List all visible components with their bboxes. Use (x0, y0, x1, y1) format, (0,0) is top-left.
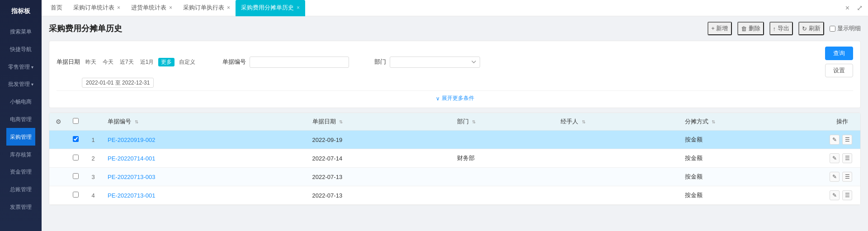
row-checkbox[interactable] (73, 192, 79, 198)
td-doc-no: PE-20220713-003 (102, 168, 307, 186)
td-split-method: 按金额 (679, 131, 824, 149)
close-all-tabs-button[interactable]: × (844, 3, 851, 13)
edit-action-button[interactable]: ✎ (830, 135, 840, 145)
show-detail-input[interactable] (830, 26, 835, 32)
td-date: 2022-07-13 (307, 168, 452, 186)
sidebar-item-label: 电商管理 (8, 116, 33, 123)
table-row[interactable]: 1 PE-20220919-002 2022-09-19 按金额 ✎ ☰ (49, 131, 860, 149)
sidebar-item-label: 采购管理 (8, 133, 33, 141)
date-shortcut-1month[interactable]: 近1月 (138, 58, 156, 66)
select-all-checkbox[interactable] (73, 118, 79, 124)
date-filter-label: 单据日期 (57, 58, 80, 66)
arrow-icon: ▾ (31, 81, 33, 88)
detail-action-button[interactable]: ☰ (842, 135, 852, 145)
sort-doc-no-icon[interactable]: ⇅ (135, 119, 138, 124)
tab-inbound-stat[interactable]: 进货单统计表× (126, 0, 178, 16)
edit-action-button[interactable]: ✎ (830, 190, 840, 200)
sort-dept-icon[interactable]: ⇅ (472, 119, 476, 124)
filter-row: 单据日期 昨天 今天 近7天 近1月 更多 自定义 单据编号 (57, 47, 853, 77)
action-icons: ✎ ☰ (830, 172, 855, 182)
expand-more-btn[interactable]: ∨ 展开更多条件 (57, 90, 853, 102)
date-shortcut-today[interactable]: 今天 (101, 58, 115, 66)
show-detail-checkbox[interactable]: 显示明细 (830, 24, 861, 33)
sidebar-item-ecommerce[interactable]: 电商管理 (6, 110, 35, 128)
tab-purchase-order-stat[interactable]: 采购订单统计表× (68, 0, 126, 16)
sidebar-item-capital[interactable]: 资金管理 (6, 163, 35, 180)
sidebar-item-quick[interactable]: 快捷导航 (6, 40, 35, 58)
settings-button[interactable]: 设置 (825, 64, 853, 77)
tab-label: 采购费用分摊单历史 (241, 4, 294, 12)
export-button[interactable]: ↑ 导出 (769, 22, 793, 35)
date-range-display: 2022-01-01 至 2022-12-31 (82, 79, 853, 87)
tab-close-button[interactable]: × (297, 5, 300, 11)
add-button[interactable]: + 新增 (708, 22, 731, 35)
td-dept: 财务部 (452, 149, 555, 168)
doc-no-link[interactable]: PE-20220713-003 (108, 174, 156, 180)
tab-purchase-order-exec[interactable]: 采购订单执行表× (178, 0, 236, 16)
th-handler: 经手人 ⇅ (555, 113, 679, 131)
docno-filter-label: 单据编号 (222, 58, 246, 66)
detail-action-button[interactable]: ☰ (842, 172, 852, 182)
column-settings-icon[interactable]: ⚙ (56, 118, 61, 125)
doc-no-link[interactable]: PE-20220713-001 (108, 192, 156, 199)
table-row[interactable]: 2 PE-20220714-001 2022-07-14 财务部 按金额 ✎ ☰ (49, 149, 860, 168)
td-handler (555, 186, 679, 205)
td-checkbox (67, 186, 84, 205)
main-area: 首页采购订单统计表×进货单统计表×采购订单执行表×采购费用分摊单历史× × ⤢ … (42, 0, 868, 231)
row-checkbox[interactable] (73, 136, 79, 142)
doc-no-link[interactable]: PE-20220714-001 (108, 155, 156, 162)
sidebar-item-search[interactable]: 搜索菜单 (6, 23, 35, 40)
td-settings (49, 186, 67, 205)
tab-close-button[interactable]: × (117, 5, 120, 11)
tab-close-button[interactable]: × (227, 5, 230, 11)
date-shortcut-more[interactable]: 更多 (158, 58, 175, 66)
sidebar-item-wholesale[interactable]: 批发管理 ▾ (6, 75, 35, 93)
query-button[interactable]: 查询 (825, 47, 853, 60)
th-num (84, 113, 102, 131)
edit-action-button[interactable]: ✎ (830, 172, 840, 182)
sidebar-item-label: 搜索菜单 (8, 28, 33, 36)
row-checkbox[interactable] (73, 173, 79, 179)
delete-button[interactable]: 🗑 删除 (737, 22, 764, 35)
date-range-value[interactable]: 2022-01-01 至 2022-12-31 (82, 78, 154, 88)
detail-action-button[interactable]: ☰ (842, 190, 852, 200)
date-shortcut-7days[interactable]: 近7天 (118, 58, 136, 66)
sidebar-item-mini[interactable]: 小畅电商 (6, 93, 35, 110)
tab-purchase-fee-split[interactable]: 采购费用分摊单历史× (236, 0, 305, 16)
date-shortcut-custom[interactable]: 自定义 (177, 58, 197, 66)
filter-buttons: 查询 设置 (825, 47, 853, 77)
table-header-row: ⚙ 单据编号 ⇅ 单据日期 ⇅ (49, 113, 860, 131)
sidebar-item-ledger[interactable]: 总账管理 (6, 180, 35, 198)
action-icons: ✎ ☰ (830, 190, 855, 200)
detail-action-button[interactable]: ☰ (842, 153, 852, 163)
dept-filter-select[interactable] (390, 57, 480, 68)
sidebar-item-inventory[interactable]: 库存核算 (6, 146, 35, 163)
sidebar-item-invoice[interactable]: 发票管理 (6, 198, 35, 216)
refresh-button[interactable]: ↻ 刷新 (798, 22, 824, 35)
td-num: 4 (84, 186, 102, 205)
sort-handler-icon[interactable]: ⇅ (582, 119, 585, 124)
sidebar-item-retail[interactable]: 零售管理 ▾ (6, 58, 35, 75)
table-row[interactable]: 3 PE-20220713-003 2022-07-13 按金额 ✎ ☰ (49, 168, 860, 186)
sort-date-icon[interactable]: ⇅ (339, 119, 343, 124)
fullscreen-button[interactable]: ⤢ (855, 3, 864, 13)
td-actions: ✎ ☰ (824, 168, 860, 186)
tab-home[interactable]: 首页 (45, 0, 68, 16)
row-checkbox[interactable] (73, 155, 79, 160)
refresh-icon: ↻ (802, 25, 807, 32)
table-row[interactable]: 4 PE-20220713-001 2022-07-13 按金额 ✎ ☰ (49, 186, 860, 205)
action-icons: ✎ ☰ (830, 153, 855, 163)
tab-close-button[interactable]: × (169, 5, 172, 11)
doc-no-link[interactable]: PE-20220919-002 (108, 137, 156, 143)
edit-action-button[interactable]: ✎ (830, 153, 840, 163)
tab-label: 进货单统计表 (131, 4, 166, 12)
content-area: 采购费用分摊单历史 + 新增 🗑 删除 ↑ 导出 ↻ 刷新 显示明细 (42, 16, 868, 231)
date-shortcut-yesterday[interactable]: 昨天 (84, 58, 98, 66)
sort-split-icon[interactable]: ⇅ (712, 119, 715, 124)
dept-filter-item: 部门 (374, 57, 480, 68)
th-settings: ⚙ (49, 113, 67, 131)
sidebar-item-label: 批发管理 ▾ (8, 80, 33, 88)
td-dept (452, 131, 555, 149)
sidebar-item-purchase[interactable]: 采购管理 (6, 128, 35, 146)
docno-filter-input[interactable] (250, 57, 349, 68)
